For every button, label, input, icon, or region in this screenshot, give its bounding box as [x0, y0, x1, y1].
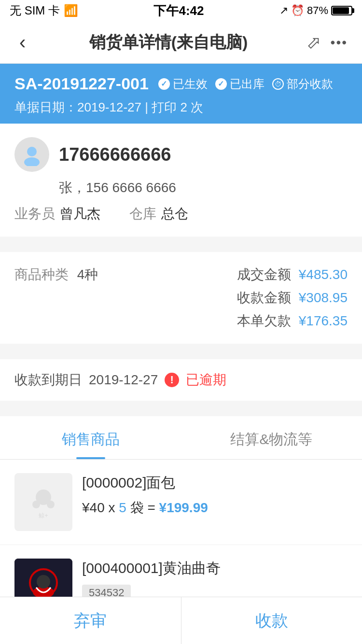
tab-sales-products[interactable]: 销售商品 [0, 416, 181, 459]
amount-value: ¥485.30 [299, 267, 348, 282]
divider-3 [0, 401, 362, 408]
banner-meta: 单据日期：2019-12-27 | 打印 2 次 [14, 99, 348, 116]
status-right: ↗ ⏰ 87% [279, 4, 352, 17]
received-label: 收款金额 [237, 289, 291, 307]
sales-rep-value: 曾凡杰 [60, 205, 100, 223]
battery-text: 87% [307, 4, 328, 17]
product-info-1: [0000002]面包 ¥40 x 5 袋 = ¥199.99 [82, 473, 348, 517]
warehouse-value: 总仓 [161, 205, 188, 223]
product-qty-1: 5 [119, 500, 126, 515]
product-name-2: [000400001]黄油曲奇 [82, 559, 348, 578]
order-id: SA-20191227-001 [14, 74, 149, 93]
svg-text:鲸+: 鲸+ [39, 512, 48, 519]
status-badge-partial: ⏱ 部分收款 [272, 76, 333, 92]
page-title: 销货单详情(来自电脑) [89, 31, 248, 54]
owed-value: ¥176.35 [299, 313, 348, 329]
overdue-icon: ! [165, 373, 179, 387]
svg-point-0 [27, 147, 37, 156]
overdue-text: 已逾期 [186, 371, 226, 389]
banner-badges: ✓ 已生效 ✓ 已出库 ⏱ 部分收款 [158, 76, 333, 92]
tab-underline [76, 457, 105, 459]
battery-icon [331, 6, 352, 15]
received-row: 收款金额 ¥308.95 [237, 289, 348, 307]
collect-payment-button[interactable]: 收款 [181, 597, 362, 644]
avatar [14, 137, 49, 172]
sales-rep-label: 业务员 [14, 205, 55, 223]
product-thumbnail-1: 鲸+ [14, 473, 72, 531]
product-name-1: [0000002]面包 [82, 473, 348, 493]
owed-label: 本单欠款 [237, 312, 291, 330]
customer-row: 17666666666 [14, 137, 348, 172]
amounts-section: 成交金额 ¥485.30 收款金额 ¥308.95 本单欠款 ¥176.35 [237, 266, 348, 330]
more-icon[interactable]: ••• [331, 35, 348, 50]
received-value: ¥308.95 [299, 290, 348, 306]
status-badge-shipped: ✓ 已出库 [215, 76, 265, 92]
sales-rep-item: 业务员 曾凡杰 [14, 205, 100, 223]
product-type-value: 4种 [77, 267, 98, 282]
svg-point-3 [32, 501, 40, 508]
svg-point-9 [37, 575, 50, 588]
status-bar: 无 SIM 卡 📶 下午4:42 ↗ ⏰ 87% [0, 0, 362, 21]
wifi-icon: 📶 [64, 4, 78, 17]
customer-meta: 业务员 曾凡杰 仓库 总仓 [14, 205, 348, 223]
due-date: 2019-12-27 [89, 372, 158, 388]
product-type-info: 商品种类 4种 [14, 266, 98, 284]
product-price-1: ¥40 x 5 袋 = ¥199.99 [82, 499, 348, 517]
tabs-bar: 销售商品 结算&物流等 [0, 416, 362, 460]
cancel-review-button[interactable]: 弃审 [0, 597, 181, 644]
customer-id: 17666666666 [59, 144, 171, 165]
owed-row: 本单欠款 ¥176.35 [237, 312, 348, 330]
warehouse-item: 仓库 总仓 [129, 205, 188, 223]
alarm-icon: ⏰ [291, 4, 304, 17]
warehouse-label: 仓库 [129, 205, 156, 223]
product-item: 鲸+ [0000002]面包 ¥40 x 5 袋 = ¥199.99 [0, 460, 362, 545]
svg-point-4 [47, 501, 55, 508]
location-icon: ↗ [279, 4, 288, 17]
customer-name: 张，156 6666 6666 [14, 179, 348, 197]
check-icon-active: ✓ [158, 78, 170, 90]
nav-actions: ⬀ ••• [306, 32, 348, 53]
summary-section: 商品种类 4种 成交金额 ¥485.30 收款金额 ¥308.95 本单欠款 ¥… [0, 252, 362, 344]
customer-section: 17666666666 张，156 6666 6666 业务员 曾凡杰 仓库 总… [0, 124, 362, 237]
tab-settlement[interactable]: 结算&物流等 [181, 416, 362, 459]
nav-bar: ‹ 销货单详情(来自电脑) ⬀ ••• [0, 21, 362, 64]
amount-label: 成交金额 [237, 266, 291, 284]
svg-point-1 [24, 157, 40, 166]
amount-row: 成交金额 ¥485.30 [237, 266, 348, 284]
status-badge-active: ✓ 已生效 [158, 76, 208, 92]
divider-1 [0, 237, 362, 244]
due-section: 收款到期日 2019-12-27 ! 已逾期 [0, 359, 362, 401]
product-type-label: 商品种类 [14, 267, 69, 282]
divider-2 [0, 344, 362, 351]
banner-top: SA-20191227-001 ✓ 已生效 ✓ 已出库 ⏱ 部分收款 [14, 74, 348, 93]
product-total-1: ¥199.99 [159, 500, 208, 515]
header-banner: SA-20191227-001 ✓ 已生效 ✓ 已出库 ⏱ 部分收款 单据日期：… [0, 64, 362, 124]
carrier-text: 无 SIM 卡 [10, 3, 60, 18]
back-button[interactable]: ‹ [14, 27, 30, 58]
status-left: 无 SIM 卡 📶 [10, 3, 78, 18]
share-icon[interactable]: ⬀ [306, 32, 321, 53]
status-time: 下午4:42 [153, 2, 204, 19]
due-label: 收款到期日 [14, 371, 82, 389]
check-icon-shipped: ✓ [215, 78, 227, 90]
bottom-bar: 弃审 收款 [0, 597, 362, 644]
clock-icon: ⏱ [272, 78, 284, 90]
